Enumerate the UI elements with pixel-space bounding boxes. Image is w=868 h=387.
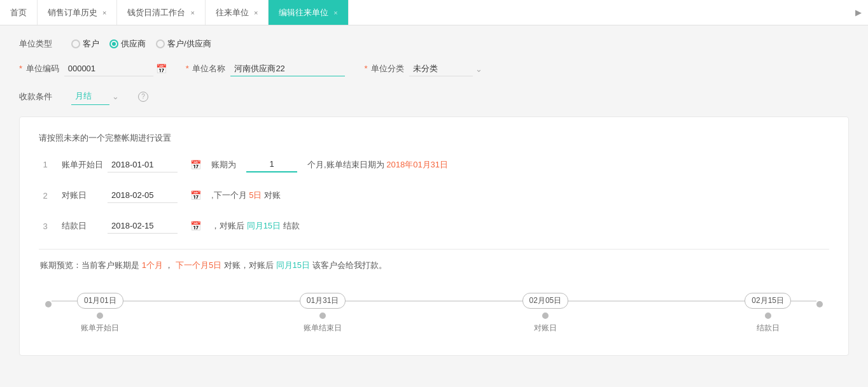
timeline-sublabel-1: 账单开始日 — [81, 323, 119, 334]
unit-code-label: * 单位编码 — [19, 63, 59, 74]
period-row-2: 2 对账日 📅 ,下一个月 5日 对账 — [39, 188, 829, 203]
period-num-3: 3 — [39, 222, 52, 231]
period-date-3[interactable] — [108, 218, 178, 234]
timeline-dot-4 — [765, 313, 771, 319]
unit-code-star: * — [19, 64, 22, 73]
tab-edit-partner[interactable]: 编辑往来单位 × — [269, 0, 348, 25]
unit-code-input-wrapper: 📅 — [64, 61, 167, 76]
main-content: 单位类型 客户 供应商 客户/供应商 * 单位编码 📅 — [0, 25, 868, 379]
timeline-right-dot — [816, 301, 823, 307]
tab-edit-partner-label: 编辑往来单位 — [279, 7, 328, 18]
radio-supplier-circle — [109, 39, 118, 48]
radio-customer-supplier-label: 客户/供应商 — [167, 38, 211, 50]
timeline-dot-1 — [97, 313, 103, 319]
preview-part3: 同月15日 — [276, 260, 310, 270]
payment-terms-label: 收款条件 — [19, 91, 52, 102]
tab-sales-history[interactable]: 销售订单历史 × — [38, 0, 117, 25]
period-row-1: 1 账单开始日 📅 账期为 个月,账单结束日期为 2018年01月31日 — [39, 157, 829, 172]
period-box-title: 请按照未来的一个完整帐期进行设置 — [39, 132, 829, 144]
period-label-1: 账单开始日 — [62, 159, 97, 171]
period-desc-2: ,下一个月 5日 对账 — [211, 190, 281, 201]
tab-home[interactable]: 首页 — [0, 0, 38, 25]
period-row-3: 3 结款日 📅 ，对账后 同月15日 结款 — [39, 218, 829, 234]
radio-customer-supplier[interactable]: 客户/供应商 — [156, 38, 211, 50]
tab-cash-work-close[interactable]: × — [190, 9, 194, 17]
unit-type-label: 单位类型 — [19, 38, 52, 50]
preview-label: 账期预览：当前客户账期是 — [40, 260, 139, 270]
preview-sep1: ， — [165, 260, 173, 270]
unit-class-star: * — [364, 64, 367, 73]
unit-type-row: 单位类型 客户 供应商 客户/供应商 — [19, 38, 849, 50]
unit-class-group: * 单位分类 ⌄ — [364, 61, 511, 76]
unit-code-icon[interactable]: 📅 — [156, 64, 167, 74]
radio-customer[interactable]: 客户 — [71, 38, 99, 50]
tab-cash-work[interactable]: 钱货日清工作台 × — [117, 0, 205, 25]
period-num-2: 2 — [39, 191, 52, 201]
period-date-1[interactable] — [108, 157, 178, 172]
timeline-point-3: 02月05日 对账日 — [522, 293, 569, 334]
timeline-points: 01月01日 账单开始日 01月31日 账单结束日 02月05日 对账日 02月… — [52, 293, 816, 334]
timeline-dot-3 — [542, 313, 549, 319]
preview-text: 账期预览：当前客户账期是 1个月 ， 下一个月5日 对账，对账后 同月15日 该… — [39, 260, 829, 271]
period-desc-1-prefix: 账期为 — [211, 160, 236, 169]
timeline-sublabel-3: 对账日 — [534, 323, 557, 334]
timeline-badge-3: 02月05日 — [522, 293, 569, 309]
timeline-badge-2: 01月31日 — [300, 293, 346, 309]
unit-code-group: * 单位编码 📅 — [19, 61, 167, 76]
period-cal-1[interactable]: 📅 — [190, 160, 201, 170]
period-date-2[interactable] — [108, 188, 178, 203]
period-num-1: 1 — [39, 160, 52, 169]
timeline-left-dot — [45, 301, 52, 307]
tab-expand-button[interactable]: ▶ — [849, 0, 868, 25]
timeline-sublabel-2: 账单结束日 — [304, 323, 342, 334]
timeline: 01月01日 账单开始日 01月31日 账单结束日 02月05日 对账日 02月… — [52, 286, 816, 340]
timeline-sublabel-4: 结款日 — [757, 323, 780, 334]
period-label-2: 对账日 — [62, 190, 97, 201]
tab-sales-history-label: 销售订单历史 — [48, 7, 97, 18]
period-desc-1-suffix: 个月,账单结束日期为 2018年01月31日 — [307, 159, 448, 171]
period-box: 请按照未来的一个完整帐期进行设置 1 账单开始日 📅 账期为 个月,账单结束日期… — [19, 116, 849, 356]
period-label-3: 结款日 — [62, 220, 97, 232]
tab-partner-unit[interactable]: 往来单位 × — [206, 0, 269, 25]
period-desc-3: ，对账后 同月15日 结款 — [211, 220, 300, 232]
radio-supplier-label: 供应商 — [121, 38, 146, 50]
tab-edit-partner-close[interactable]: × — [333, 9, 337, 17]
tab-partner-unit-label: 往来单位 — [216, 7, 249, 18]
unit-name-input[interactable] — [230, 61, 345, 76]
period-divider — [39, 249, 829, 250]
unit-info-row: * 单位编码 📅 * 单位名称 * 单位分类 ⌄ — [19, 61, 849, 76]
unit-class-chevron[interactable]: ⌄ — [475, 64, 482, 74]
preview-part2: 下一个月5日 — [176, 260, 221, 270]
unit-code-input[interactable] — [64, 61, 153, 76]
period-end-date: 2018年01月31日 — [386, 160, 448, 169]
unit-name-star: * — [186, 64, 189, 73]
period-month-count[interactable] — [246, 157, 297, 172]
tab-cash-work-label: 钱货日清工作台 — [127, 7, 185, 18]
period-desc-1: 账期为 — [211, 159, 236, 171]
timeline-point-4: 02月15日 结款日 — [745, 293, 791, 334]
tab-sales-history-close[interactable]: × — [102, 9, 106, 17]
timeline-point-1: 01月01日 账单开始日 — [77, 293, 123, 334]
help-icon[interactable]: ? — [138, 92, 148, 102]
unit-type-radio-group: 客户 供应商 客户/供应商 — [71, 38, 211, 50]
payment-terms-value[interactable]: 月结 — [71, 88, 109, 105]
preview-sep3: 该客户会给我打款。 — [312, 260, 387, 270]
payment-terms-dropdown: 月结 ⌄ — [71, 88, 119, 105]
period-cal-3[interactable]: 📅 — [190, 221, 201, 231]
timeline-point-2: 01月31日 账单结束日 — [300, 293, 346, 334]
radio-supplier[interactable]: 供应商 — [109, 38, 146, 50]
unit-class-wrapper: ⌄ — [409, 61, 511, 76]
unit-name-label: * 单位名称 — [186, 63, 226, 74]
payment-terms-row: 收款条件 月结 ⌄ ? — [19, 88, 849, 105]
radio-customer-supplier-circle — [156, 39, 165, 48]
period-cal-2[interactable]: 📅 — [190, 190, 201, 201]
payment-terms-arrow[interactable]: ⌄ — [112, 92, 119, 101]
radio-customer-label: 客户 — [83, 38, 99, 50]
preview-part1: 1个月 — [142, 260, 163, 270]
tab-partner-unit-close[interactable]: × — [254, 9, 258, 17]
timeline-badge-4: 02月15日 — [745, 293, 791, 309]
unit-class-input[interactable] — [409, 61, 473, 76]
tab-bar: 首页 销售订单历史 × 钱货日清工作台 × 往来单位 × 编辑往来单位 × ▶ — [0, 0, 868, 25]
tab-home-label: 首页 — [10, 7, 27, 18]
timeline-badge-1: 01月01日 — [77, 293, 123, 309]
